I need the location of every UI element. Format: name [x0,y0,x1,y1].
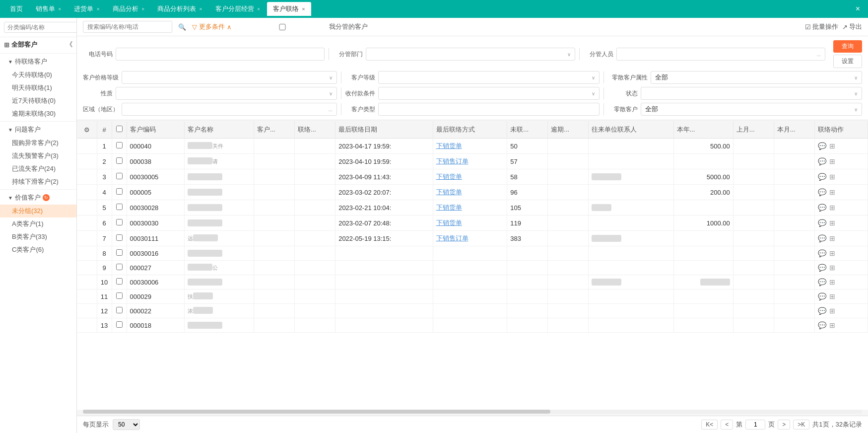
last-contact-method[interactable] [433,304,507,318]
retail-customer-select[interactable]: 全部 ∨ [641,103,862,116]
tab-purchase-order[interactable]: 进货单 × [68,2,105,16]
sidebar-item-lost[interactable]: 已流失客户(24) [0,162,76,175]
checkbox-th[interactable] [112,121,127,139]
close-icon[interactable]: × [58,6,61,12]
export-button[interactable]: ↗ 导出 [842,22,862,31]
collapse-icon[interactable]: 《 [66,40,72,49]
sidebar-item-tomorrow-pending[interactable]: 明天待联络(1) [0,81,76,94]
row-checkbox[interactable] [112,154,127,169]
row-select[interactable] [116,292,123,299]
settings-th[interactable]: ⚙ [77,121,97,139]
row-checkbox[interactable] [112,216,127,231]
contact-method-link[interactable]: 下销货单 [436,204,462,211]
customer-level-select[interactable]: ∨ [378,71,600,84]
last-page-button[interactable]: >K [793,420,809,430]
grid-action-icon[interactable]: ⊞ [829,188,835,196]
retail-attr-select[interactable]: 全部 ∨ [651,71,862,84]
row-checkbox[interactable] [112,185,127,200]
grid-action-icon[interactable]: ⊞ [829,204,835,212]
sidebar-item-declining[interactable]: 持续下滑客户(2) [0,175,76,188]
message-icon[interactable]: 💬 [818,321,826,329]
customer-type-input[interactable] [378,103,600,116]
sidebar-item-hoarding-abnormal[interactable]: 囤购异常客户(2) [0,137,76,149]
my-customers-checkbox[interactable]: 我分管的客户 [238,22,368,31]
contact-method-link[interactable]: 下销售订单 [436,157,468,165]
my-customers-check[interactable] [238,24,327,30]
sidebar-item-today-pending[interactable]: 今天待联络(0) [0,69,76,81]
sidebar-group-problem[interactable]: ▼ 问题客户 [0,123,76,137]
message-icon[interactable]: 💬 [818,264,826,272]
close-icon[interactable]: × [141,6,144,12]
search-input[interactable] [83,21,172,33]
row-checkbox[interactable] [112,261,127,275]
sidebar-item-7days-pending[interactable]: 近7天待联络(0) [0,94,76,107]
row-checkbox[interactable] [112,169,127,185]
reset-button[interactable]: 设置 [833,55,862,68]
grid-action-icon[interactable]: ⊞ [829,321,835,329]
row-select[interactable] [116,321,123,328]
message-icon[interactable]: 💬 [818,234,826,242]
sidebar-group-value[interactable]: ▼ 价值客户 ↻ [0,191,76,205]
prev-page-button[interactable]: < [721,420,733,430]
row-select[interactable] [116,264,123,270]
message-icon[interactable]: 💬 [818,278,826,286]
close-icon[interactable]: × [302,6,305,12]
last-contact-method[interactable] [433,275,507,289]
last-contact-method[interactable]: 下销货单 [433,139,507,154]
sidebar-item-class-c[interactable]: C类客户(6) [0,243,76,256]
row-select[interactable] [116,204,123,210]
close-all-button[interactable]: × [852,4,864,13]
sidebar-search-input[interactable] [4,22,77,33]
sidebar-item-unclassified[interactable]: 未分组(32) [0,205,76,217]
last-contact-method[interactable]: 下销售订单 [433,154,507,169]
row-select[interactable] [116,188,123,195]
message-icon[interactable]: 💬 [818,292,826,300]
contact-method-link[interactable]: 下销货单 [436,219,462,226]
first-page-button[interactable]: K< [701,420,718,430]
tab-product-analysis[interactable]: 商品分析 × [107,2,150,16]
last-contact-method[interactable]: 下销货单 [433,185,507,200]
next-page-button[interactable]: > [778,420,790,430]
row-checkbox[interactable] [112,275,127,289]
grid-action-icon[interactable]: ⊞ [829,219,835,227]
message-icon[interactable]: 💬 [818,188,826,196]
grid-action-icon[interactable]: ⊞ [829,264,835,272]
search-button[interactable]: 🔍 [178,23,186,31]
grid-action-icon[interactable]: ⊞ [829,173,835,181]
message-icon[interactable]: 💬 [818,204,826,212]
sidebar-group-pending[interactable]: ▼ 待联络客户 [0,55,76,69]
last-contact-method[interactable] [433,246,507,261]
last-contact-method[interactable]: 下销货单 [433,200,507,216]
row-checkbox[interactable] [112,200,127,216]
batch-operate-button[interactable]: ☑ 批量操作 [805,22,838,31]
contact-method-link[interactable]: 下销货单 [436,142,462,149]
row-select[interactable] [116,142,123,148]
select-all-checkbox[interactable] [116,126,123,132]
message-icon[interactable]: 💬 [818,307,826,315]
last-contact-method[interactable]: 下销售订单 [433,231,507,246]
query-button[interactable]: 查询 [833,40,862,53]
grid-action-icon[interactable]: ⊞ [829,142,835,150]
status-select[interactable]: ∨ [641,87,862,100]
message-icon[interactable]: 💬 [818,249,826,257]
contact-method-link[interactable]: 下销售订单 [436,234,468,242]
refresh-badge[interactable]: ↻ [43,194,50,201]
sidebar-all-customers[interactable]: ⊞ 全部客户 《 [0,37,76,52]
contact-method-link[interactable]: 下销货单 [436,173,462,180]
row-select[interactable] [116,234,123,241]
scroll-thumb[interactable] [83,410,550,414]
row-checkbox[interactable] [112,289,127,304]
message-icon[interactable]: 💬 [818,142,826,150]
last-contact-method[interactable] [433,318,507,333]
sidebar-item-churn-warning[interactable]: 流失预警客户(3) [0,149,76,162]
grid-action-icon[interactable]: ⊞ [829,307,835,315]
row-select[interactable] [116,278,123,285]
sidebar-item-class-a[interactable]: A类客户(1) [0,217,76,230]
row-select[interactable] [116,249,123,256]
tab-home[interactable]: 首页 [4,2,29,16]
sidebar-item-overdue-uncontacted[interactable]: 逾期未联络(30) [0,107,76,120]
last-contact-method[interactable]: 下销货单 [433,169,507,185]
phone-input[interactable] [116,48,325,61]
row-checkbox[interactable] [112,304,127,318]
contact-method-link[interactable]: 下销货单 [436,188,462,196]
